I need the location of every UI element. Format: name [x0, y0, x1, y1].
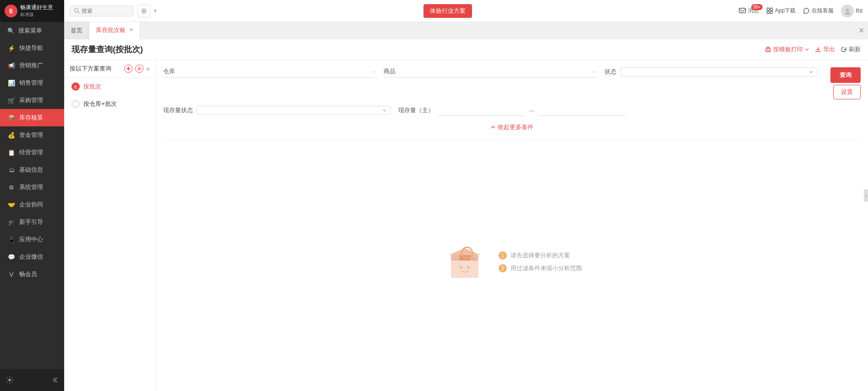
tip-text-2: 用过滤条件来缩小分析范围 [511, 264, 582, 272]
svg-line-2 [78, 12, 80, 14]
top-header-right: 消息 99+ App下载 在线客服 [739, 5, 863, 17]
logo-icon: 6 [5, 5, 17, 17]
inventory-status-arrow [382, 108, 387, 113]
user-avatar-btn[interactable]: Rit [841, 5, 863, 17]
filter-settings-btn[interactable] [135, 65, 143, 73]
dropdown-arrow[interactable]: ▾ [154, 8, 157, 14]
product-field: 商品 ··· [384, 67, 597, 78]
svg-point-1 [75, 9, 78, 12]
tip-num-1: 1 [499, 251, 507, 260]
right-collapse-btn[interactable]: ‹ [864, 190, 868, 202]
sidebar-item-purchase[interactable]: 🛒 采购管理 [0, 92, 64, 109]
sales-icon: 📊 [7, 79, 16, 87]
sidebar-item-new-guide[interactable]: 🎓 新手引导 [0, 213, 64, 231]
export-icon [815, 46, 821, 53]
trial-btn[interactable]: 体验行业方案 [423, 4, 472, 18]
filter-header-label: 按以下方案查询 [70, 65, 111, 73]
warehouse-field: 仓库 ··· [163, 67, 376, 78]
warehouse-batch-icon-svg [72, 101, 79, 107]
collapse-sidebar-btn[interactable] [50, 376, 59, 384]
company-info: 畅康通好生意 标准版 [20, 4, 53, 18]
page-actions: 按模板打印 导出 刷新 [765, 45, 861, 54]
svg-point-23 [460, 266, 462, 269]
sidebar-item-system[interactable]: ⚙ 系统管理 [0, 179, 64, 196]
sidebar-item-app-center[interactable]: 📱 应用中心 [0, 231, 64, 248]
sidebar-item-inventory[interactable]: 📦 库存核算 [0, 109, 64, 126]
new-guide-icon: 🎓 [7, 218, 16, 226]
sidebar-item-basic-info[interactable]: 🗂 基础信息 [0, 161, 64, 179]
search-settings-btn[interactable]: 设置 [833, 85, 861, 99]
refresh-btn[interactable]: 刷新 [841, 45, 861, 54]
svg-text:批: 批 [74, 85, 77, 89]
warehouse-label: 仓库 [163, 67, 175, 76]
filter-option-warehouse-batch[interactable]: 按仓库+批次 [64, 95, 155, 113]
close-tab-btn[interactable]: ✕ [858, 26, 864, 35]
user-display-name: Rit [856, 8, 863, 14]
sidebar-item-sales[interactable]: 📊 销售管理 [0, 74, 64, 92]
product-dots-btn[interactable]: ··· [592, 68, 597, 75]
messages-btn[interactable]: 消息 99+ [739, 7, 759, 15]
inventory-status-dropdown[interactable] [197, 106, 391, 115]
collapse-filter-btn[interactable]: « [146, 65, 150, 72]
tab-close-btn[interactable]: ✕ [129, 27, 133, 33]
search-input[interactable] [82, 8, 127, 14]
sidebar-item-quick-nav[interactable]: ⚡ 快捷导航 [0, 39, 64, 57]
sidebar-item-marketing[interactable]: 📢 营销推广 [0, 57, 64, 74]
basic-info-label: 基础信息 [19, 166, 43, 174]
finance-label: 资金管理 [19, 131, 43, 139]
sidebar-item-finance[interactable]: 💰 资金管理 [0, 126, 64, 144]
svg-point-9 [846, 8, 849, 11]
svg-point-13 [138, 68, 140, 70]
inventory-qty-field: 现存量（主） — [398, 105, 626, 116]
status-dropdown[interactable] [620, 67, 818, 76]
status-label: 状态 [604, 68, 616, 76]
content-body: 按以下方案查询 + « [64, 60, 868, 391]
export-btn[interactable]: 导出 [815, 45, 835, 54]
operation-label: 经营管理 [19, 148, 43, 157]
svg-marker-19 [449, 248, 481, 255]
collapse-conditions-btn[interactable]: 收起更多条件 [163, 119, 861, 135]
empty-tip-1: 1 请先选择要分析的方案 [499, 251, 582, 260]
online-service-btn[interactable]: 在线客服 [803, 7, 834, 15]
inventory-qty-label: 现存量（主） [398, 106, 434, 114]
add-filter-btn[interactable]: + [124, 65, 132, 73]
global-search-box[interactable] [70, 5, 134, 16]
empty-tips: 1 请先选择要分析的方案 2 用过滤条件来缩小分析范围 [499, 251, 582, 272]
search-conditions: 仓库 ··· 商品 ··· 状态 [163, 67, 861, 140]
refresh-icon [841, 46, 847, 53]
app-center-icon: 📱 [7, 235, 16, 244]
tab-home[interactable]: 首页 [64, 22, 89, 39]
right-panel: 仓库 ··· 商品 ··· 状态 [156, 60, 868, 391]
print-btn[interactable]: 按模板打印 [765, 45, 809, 54]
basic-info-icon: 🗂 [7, 166, 16, 174]
sidebar-bottom-bar [0, 369, 64, 391]
settings-icon-btn[interactable] [5, 376, 14, 384]
warehouse-dots-btn[interactable]: ··· [371, 68, 377, 75]
collapse-arrow-icon [490, 125, 496, 130]
warehouse-input[interactable] [179, 68, 369, 75]
inventory-qty-max-input[interactable] [538, 105, 626, 116]
product-input[interactable] [399, 68, 590, 75]
query-btn[interactable]: 查询 [830, 67, 861, 83]
marketing-label: 营销推广 [19, 61, 43, 70]
filter-option-by-batch[interactable]: 批 按批次 [64, 78, 155, 95]
online-service-label: 在线客服 [812, 7, 834, 15]
svg-rect-6 [770, 8, 772, 11]
enterprise-wechat-icon: 💬 [7, 253, 16, 261]
sidebar-item-operation[interactable]: 📋 经营管理 [0, 144, 64, 161]
second-condition-row: 现存量状态 现存量（主） — [163, 105, 861, 116]
sidebar-item-enterprise[interactable]: 🤝 企业协同 [0, 196, 64, 213]
tab-inventory-batch[interactable]: 库存批次账 ✕ [89, 22, 140, 39]
system-icon: ⚙ [7, 183, 16, 191]
svg-rect-5 [767, 8, 769, 11]
svg-point-0 [8, 379, 11, 381]
sidebar-item-search-menu[interactable]: 🔍 搜索菜单 [0, 22, 64, 39]
batch-icon-svg: 批 [72, 83, 79, 90]
inventory-qty-min-input[interactable] [438, 105, 525, 116]
app-download-btn[interactable]: App下载 [766, 7, 796, 15]
sidebar-item-enterprise-wechat[interactable]: 💬 企业微信 [0, 248, 64, 266]
inventory-icon: 📦 [7, 114, 16, 122]
marketing-icon: 📢 [7, 61, 16, 70]
settings-button[interactable] [137, 5, 150, 17]
sidebar-item-members[interactable]: V 畅会员 [0, 266, 64, 283]
